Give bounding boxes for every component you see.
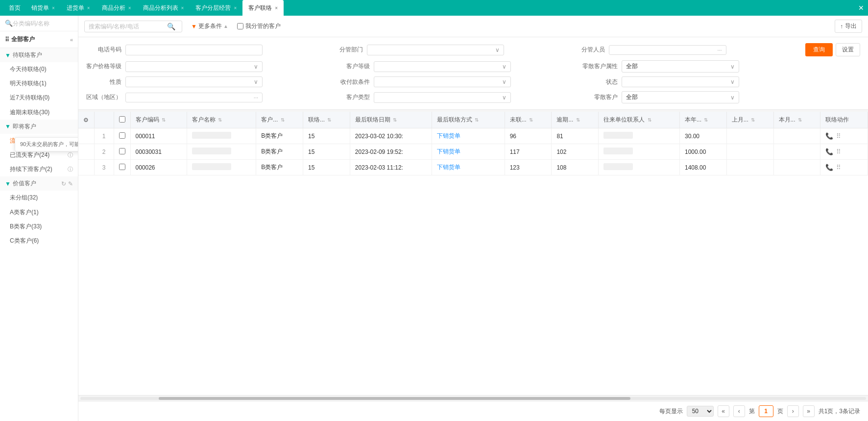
tab-purchase[interactable]: 进货单 × [61, 0, 96, 16]
gear-column-header[interactable]: ⚙ [78, 112, 94, 128]
phone-input[interactable] [125, 45, 263, 55]
row-code-1: 00030031 [130, 144, 187, 160]
this-year-column-header[interactable]: 本年... ⇅ [679, 112, 726, 128]
contact-column-header[interactable]: 联络... ⇅ [303, 112, 350, 128]
nature-select[interactable]: ∨ [125, 76, 263, 87]
action-contact-icon-0[interactable]: 📞 [825, 132, 833, 140]
close-purchase-tab[interactable]: × [87, 5, 90, 11]
sidebar-item-tomorrow[interactable]: 明天待联络(1) [0, 76, 78, 91]
overdue-column-header[interactable]: 逾期... ⇅ [552, 112, 599, 128]
select-all-checkbox[interactable] [119, 116, 125, 123]
my-customers-checkbox[interactable] [237, 23, 243, 29]
this-month-column-header[interactable]: 本月... ⇅ [773, 112, 820, 128]
last-method-column-header[interactable]: 最后联络方式 ⇅ [432, 112, 505, 128]
last-month-column-header[interactable]: 上月... ⇅ [726, 112, 773, 128]
customer-type-select[interactable]: ∨ [374, 92, 511, 103]
action-contact-icon-1[interactable]: 📞 [825, 148, 833, 155]
sidebar-item-week[interactable]: 近7天待联络(0) [0, 91, 78, 105]
price-level-label: 客户价格等级 [86, 62, 125, 71]
row-checkbox-2[interactable] [114, 160, 130, 175]
tab-customer-contact[interactable]: 客户联络 × [242, 0, 284, 16]
edit-icon-value[interactable]: ✎ [68, 180, 73, 187]
next-page-btn[interactable]: › [787, 405, 799, 417]
tab-customer-segment[interactable]: 客户分层经营 × [190, 0, 242, 16]
sidebar-search-input[interactable] [13, 20, 78, 27]
sidebar-item-type-c[interactable]: C类客户(6) [0, 234, 78, 248]
scrollbar-thumb[interactable] [159, 397, 630, 400]
row-checkbox-1[interactable] [114, 144, 130, 160]
row-last-method-0[interactable]: 下销货单 [432, 128, 505, 144]
search-input[interactable] [89, 23, 167, 30]
sidebar-collapse-btn[interactable]: « [70, 37, 73, 43]
code-column-header[interactable]: 客户编码 ⇅ [130, 112, 187, 128]
unit-contact-column-header[interactable]: 往来单位联系人 ⇅ [599, 112, 680, 128]
prev-page-btn[interactable]: ‹ [733, 405, 745, 417]
close-goods-analysis-tab[interactable]: × [128, 5, 131, 11]
first-page-btn[interactable]: « [718, 405, 729, 417]
filter-customer-type: 客户类型 ∨ [335, 92, 573, 103]
my-customers-checkbox-area[interactable]: 我分管的客户 [237, 22, 281, 30]
payment-select[interactable]: ∨ [374, 76, 511, 87]
refresh-icon-value[interactable]: ↻ [61, 180, 66, 187]
uncontacted-column-header[interactable]: 未联... ⇅ [505, 112, 552, 128]
close-sales-tab[interactable]: × [52, 5, 55, 11]
zero-property-select[interactable]: 全部 ∨ [622, 60, 739, 73]
row-contact-0: 15 [303, 128, 350, 144]
manager-more-btn[interactable]: ··· [717, 47, 722, 53]
status-select[interactable]: ∨ [622, 76, 739, 87]
export-btn[interactable]: ↑ 导出 [835, 20, 862, 33]
action-more-icon-1[interactable]: ⠿ [836, 148, 841, 155]
sidebar-item-today[interactable]: 今天待联络(0) [0, 62, 78, 76]
row-checkbox-0[interactable] [114, 128, 130, 144]
sidebar-item-unclassified[interactable]: 未分组(32) [0, 191, 78, 205]
sidebar-all-customers[interactable]: ⠿ 全部客户 « [0, 31, 78, 48]
tab-home[interactable]: 首页 [4, 0, 25, 16]
customer-level-select[interactable]: ∨ [374, 61, 511, 72]
setting-btn[interactable]: 设置 [836, 43, 860, 56]
close-all-btn[interactable]: ✕ [858, 4, 864, 12]
region-select[interactable]: ··· [125, 93, 263, 102]
action-contact-icon-2[interactable]: 📞 [825, 164, 833, 171]
phone-label: 电话号码 [86, 46, 125, 54]
action-more-icon-2[interactable]: ⠿ [836, 164, 841, 171]
sidebar-item-type-b[interactable]: B类客户(33) [0, 220, 78, 234]
info-icon-declining: ⓘ [68, 165, 73, 174]
row-actions-0: 📞 ⠿ [820, 128, 868, 144]
name-column-header[interactable]: 客户名称 ⇅ [187, 112, 256, 128]
tab-goods-analysis[interactable]: 商品分析 × [96, 0, 137, 16]
search-submit-icon[interactable]: 🔍 [167, 23, 175, 30]
sidebar-group-pending[interactable]: ▼ 待联络客户 [0, 48, 78, 62]
tab-goods-analysis-list[interactable]: 商品分析列表 × [137, 0, 190, 16]
sidebar-group-lost[interactable]: ▼ 即将客户 [0, 120, 78, 134]
sidebar-group-value[interactable]: ▼ 价值客户 ↻ ✎ [0, 176, 78, 191]
row-gear-1 [78, 144, 94, 160]
last-date-column-header[interactable]: 最后联络日期 ⇅ [350, 112, 432, 128]
sidebar-item-declining[interactable]: 持续下滑客户(2) ⓘ [0, 162, 78, 176]
current-page[interactable]: 1 [759, 405, 773, 417]
more-filter-btn[interactable]: ▼ 更多条件 ▲ [187, 21, 232, 32]
action-more-icon-0[interactable]: ⠿ [836, 132, 841, 140]
row-gear-2 [78, 160, 94, 175]
tab-sales[interactable]: 销货单 × [25, 0, 61, 16]
dept-select[interactable]: ∨ [367, 45, 504, 55]
checkbox-column-header[interactable] [114, 112, 130, 128]
filter-price-level: 客户价格等级 ∨ [86, 61, 325, 72]
sidebar-item-type-a[interactable]: A类客户(1) [0, 205, 78, 220]
close-goods-list-tab[interactable]: × [181, 5, 184, 11]
page-size-select[interactable]: 50 100 200 [687, 406, 714, 417]
horizontal-scrollbar[interactable] [78, 395, 868, 401]
last-page-btn[interactable]: » [803, 405, 815, 417]
sidebar-item-overdue[interactable]: 逾期未联络(30) [0, 105, 78, 120]
page-size-label: 每页显示 [659, 407, 683, 416]
query-btn[interactable]: 查询 [805, 43, 833, 56]
manager-select[interactable]: ··· [609, 45, 726, 55]
row-last-method-1[interactable]: 下销货单 [432, 144, 505, 160]
region-more-btn[interactable]: ··· [254, 95, 258, 100]
close-customer-segment-tab[interactable]: × [234, 5, 237, 11]
zero-customer-select[interactable]: 全部 ∨ [622, 91, 739, 103]
price-level-select[interactable]: ∨ [125, 61, 263, 72]
row-unit-contact-2 [599, 160, 680, 175]
category-column-header[interactable]: 客户... ⇅ [256, 112, 303, 128]
close-customer-contact-tab[interactable]: × [275, 5, 278, 11]
row-last-method-2[interactable]: 下销货单 [432, 160, 505, 175]
